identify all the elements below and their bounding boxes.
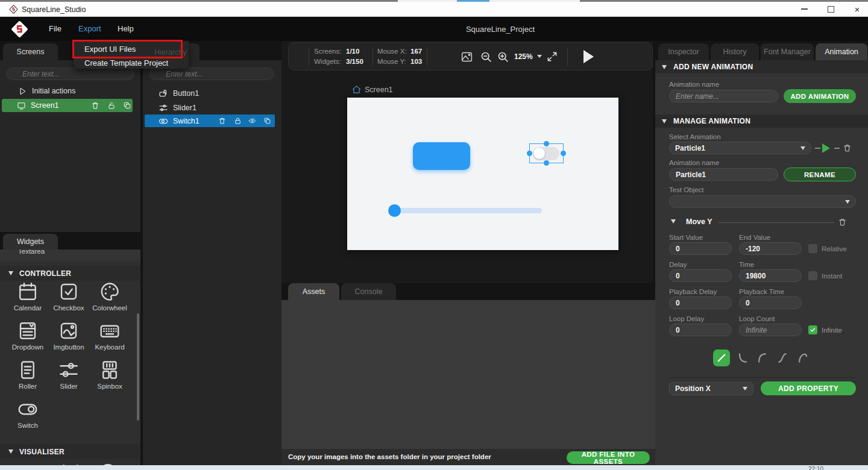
- zoom-in-icon[interactable]: [497, 51, 509, 63]
- canvas-button-widget[interactable]: [413, 142, 470, 170]
- rename-button[interactable]: RENAME: [784, 168, 856, 181]
- canvas-slider-track[interactable]: [389, 208, 542, 213]
- zoom-out-icon[interactable]: [480, 51, 492, 63]
- widget-item-calendar[interactable]: Calendar: [7, 281, 48, 320]
- easing-ease-in-button[interactable]: [756, 352, 769, 364]
- tree-item-slider1[interactable]: Slider1: [143, 101, 281, 114]
- tab-history[interactable]: History: [711, 43, 759, 60]
- widget-item-imgbutton[interactable]: Imgbutton: [48, 320, 89, 359]
- start-value-input[interactable]: [669, 242, 732, 255]
- lock-icon[interactable]: [234, 117, 242, 125]
- time-input[interactable]: [739, 269, 802, 282]
- widget-item-keyboard[interactable]: Keyboard: [89, 320, 130, 359]
- menu-bar: File Export Help SquareLine_Project: [0, 17, 868, 41]
- add-file-into-assets-button[interactable]: ADD FILE INTO ASSETS: [567, 451, 650, 464]
- widget-item-checkbox[interactable]: Checkbox: [48, 281, 89, 320]
- tree-item-switch1[interactable]: Switch1: [145, 114, 275, 127]
- selection-handle[interactable]: [527, 151, 532, 156]
- copy-icon[interactable]: [123, 101, 131, 110]
- delay-input[interactable]: [669, 269, 732, 282]
- tree-item-initial-actions[interactable]: Initial actions: [0, 84, 140, 98]
- eye-icon[interactable]: [248, 117, 256, 125]
- arc-icon-partial[interactable]: [98, 460, 118, 465]
- maximize-button[interactable]: [822, 2, 839, 16]
- select-animation-dropdown[interactable]: Particle1: [669, 142, 811, 154]
- menu-item-create-template-project[interactable]: Create Template Project: [74, 57, 189, 69]
- tab-animation[interactable]: Animation: [816, 43, 867, 60]
- widget-item-roller[interactable]: Roller: [7, 359, 48, 398]
- tab-screens[interactable]: Screens: [3, 43, 58, 60]
- menu-export[interactable]: Export: [78, 24, 101, 33]
- play-animation-button[interactable]: [822, 143, 830, 153]
- test-object-dropdown[interactable]: [669, 195, 856, 208]
- tab-font-manager[interactable]: Font Manager: [761, 43, 814, 60]
- tree-item-button1[interactable]: Button1: [143, 87, 281, 100]
- zoom-level-caret-icon[interactable]: [537, 55, 542, 58]
- unlock-icon[interactable]: [107, 101, 116, 110]
- easing-ease-out-button[interactable]: [737, 352, 749, 364]
- tab-widgets[interactable]: Widgets: [3, 234, 58, 249]
- hierarchy-search-input[interactable]: [149, 67, 274, 80]
- easing-ease-in-out-button[interactable]: [776, 352, 788, 364]
- section-header-visualiser[interactable]: VISUALISER: [0, 444, 140, 459]
- scrolled-widget-row[interactable]: Textarea: [0, 249, 140, 261]
- widget-grid: Calendar Checkbox Colorwheel Dropdown Im…: [7, 281, 134, 437]
- selection-handle[interactable]: [561, 151, 566, 156]
- canvas-screen-label[interactable]: Screen1: [365, 86, 393, 94]
- end-value-input[interactable]: [739, 242, 802, 255]
- delete-icon[interactable]: [91, 101, 99, 110]
- new-animation-name-input[interactable]: [669, 90, 778, 102]
- loop-delay-input[interactable]: [669, 324, 732, 336]
- widget-item-colorwheel[interactable]: Colorwheel: [89, 281, 130, 320]
- delete-property-icon[interactable]: [838, 218, 847, 227]
- infinite-checkbox[interactable]: [808, 325, 817, 334]
- selection-handle[interactable]: [544, 141, 549, 146]
- instant-checkbox[interactable]: [808, 271, 817, 280]
- section-header-controller[interactable]: CONTROLLER: [0, 266, 140, 281]
- toolbar-divider: [427, 48, 427, 66]
- canvas-slider-knob[interactable]: [388, 204, 401, 217]
- menu-help[interactable]: Help: [118, 24, 134, 33]
- tab-inspector[interactable]: Inspector: [658, 43, 709, 60]
- widgets-scrollbar[interactable]: [137, 313, 139, 421]
- property-select-dropdown[interactable]: Position X: [669, 382, 753, 395]
- easing-linear-button[interactable]: [713, 349, 730, 366]
- add-animation-button[interactable]: ADD ANIMATION: [784, 89, 856, 103]
- tab-console[interactable]: Console: [341, 283, 396, 300]
- selection-handle[interactable]: [544, 160, 549, 166]
- widget-item-dropdown[interactable]: Dropdown: [7, 320, 48, 359]
- screens-search-input[interactable]: [6, 67, 134, 80]
- zoom-level-value[interactable]: 125%: [514, 52, 533, 61]
- play-outline-icon: [18, 87, 27, 96]
- play-button[interactable]: [583, 50, 594, 63]
- widget-item-slider[interactable]: Slider: [48, 359, 89, 398]
- mouse-x-label: Mouse X:: [377, 48, 407, 55]
- relative-checkbox[interactable]: [808, 244, 817, 253]
- easing-overshoot-button[interactable]: [797, 352, 809, 364]
- fit-screen-icon[interactable]: [546, 51, 558, 63]
- tab-assets[interactable]: Assets: [288, 283, 339, 300]
- loop-count-input[interactable]: [739, 324, 802, 336]
- copy-icon[interactable]: [263, 117, 271, 125]
- playback-delay-input[interactable]: [669, 296, 732, 309]
- menu-file[interactable]: File: [49, 24, 61, 33]
- chart-icon-partial[interactable]: [60, 460, 81, 465]
- widget-item-spinbox[interactable]: Spinbox: [89, 359, 130, 398]
- section-header-manage-animation[interactable]: MANAGE ANIMATION: [655, 114, 868, 128]
- toolbar-divider: [567, 48, 568, 66]
- animation-name-input[interactable]: [669, 168, 778, 181]
- playback-delay-label: Playback Delay: [669, 288, 717, 295]
- delete-animation-icon[interactable]: [843, 143, 852, 152]
- minimize-button[interactable]: [796, 2, 813, 16]
- section-header-add-new-animation[interactable]: ADD NEW ANIMATION: [655, 60, 868, 74]
- add-property-button[interactable]: ADD PROPERTY: [761, 381, 856, 395]
- playback-time-input[interactable]: [739, 296, 802, 309]
- close-button[interactable]: ×: [849, 2, 866, 16]
- widget-item-switch[interactable]: Switch: [7, 398, 48, 437]
- design-canvas[interactable]: [347, 98, 618, 250]
- delete-icon[interactable]: [218, 117, 226, 125]
- home-icon[interactable]: [351, 84, 362, 95]
- screenshot-icon[interactable]: [461, 51, 473, 63]
- chevron-down-icon[interactable]: [671, 219, 676, 224]
- tree-item-screen1[interactable]: Screen1: [2, 99, 133, 112]
